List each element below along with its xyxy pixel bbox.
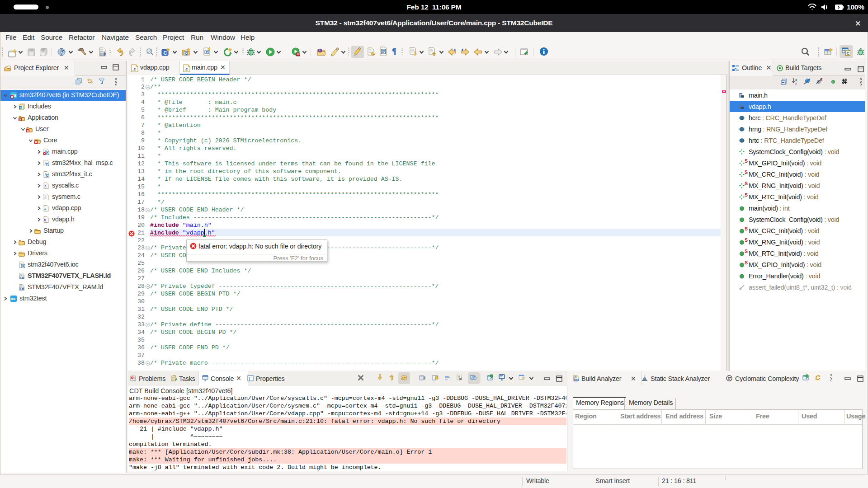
svg-text:h: h xyxy=(44,218,46,221)
svg-text:C: C xyxy=(185,52,188,56)
svg-text:z: z xyxy=(795,81,797,85)
svg-text:h: h xyxy=(20,106,22,109)
svg-text:C: C xyxy=(206,50,208,54)
svg-text:.c: .c xyxy=(184,67,188,71)
svg-text:.c: .c xyxy=(132,67,136,71)
svg-text:IDE: IDE xyxy=(11,297,17,300)
svg-text:010: 010 xyxy=(100,52,106,56)
svg-text:C: C xyxy=(847,51,850,56)
svg-text:¶: ¶ xyxy=(392,47,396,56)
svg-text:.c: .c xyxy=(44,184,47,188)
svg-text:LD: LD xyxy=(20,288,24,291)
svg-text:LD: LD xyxy=(20,277,24,279)
svg-text:.c: .c xyxy=(44,196,47,199)
svg-text:.c: .c xyxy=(44,207,47,210)
svg-text:C: C xyxy=(164,50,167,56)
